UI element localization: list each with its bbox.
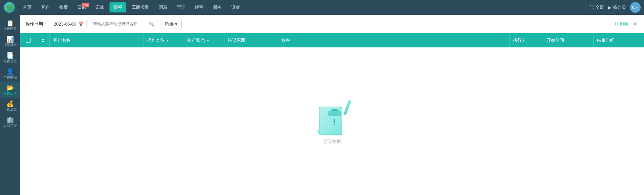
th-execution-status[interactable]: 执行状态 ▼ [184,33,224,47]
sidebar-icon-baoshui-shezhi: 📋 [6,20,14,26]
sidebar-label-piliang-baoshui: 批量报税 [3,43,17,47]
sidebar-item-baoshui-zongluan[interactable]: 📑报税总览 [0,50,20,66]
app-logo[interactable]: 🌿 [3,1,15,13]
exclaim-mark: ! [333,118,336,127]
date-picker[interactable]: 2023-06-06 📅 [51,20,87,28]
top-navigation: 🌿 首页客户收费票据new记账报税工商项目消息管理经营服务设置 ⛶ 全屏 ▶ 畅… [0,0,644,15]
filter-label: 筛选 [165,21,174,27]
sidebar-item-huisuan-jiaoshu[interactable]: 💰汇算清缴 [0,98,20,114]
sidebar-item-baoshui-jilu[interactable]: 📂报税记录 [0,82,20,98]
refresh-label: 刷新 [619,21,628,27]
empty-state: ! 暂无数据 [20,47,644,195]
date-value: 2023-06-06 [54,22,76,27]
search-input[interactable] [93,22,147,26]
th-start-time: 开始时间 [543,33,594,47]
nav-item-工商项目[interactable]: 工商项目 [128,2,153,12]
settings-icon: ⚙ [41,38,45,43]
main-layout: 📋报税设置📊批量报税📑报税总览👤个税申报📂报税记录💰汇算清缴🏢工商年报 操作日期… [0,15,644,195]
sidebar-icon-huisuan-jiaoshu: 💰 [6,101,14,107]
sidebar-label-baoshui-jilu: 报税记录 [3,91,17,95]
th-settings[interactable]: ⚙ [36,33,50,47]
toolbar: 操作日期： 2023-06-06 📅 🔍 筛选 ▾ ↻ 刷新 ✕ [20,15,644,33]
refresh-button[interactable]: ↻ 刷新 [614,21,628,27]
th-customer-name: 客户名称 [50,33,144,47]
logo-icon: 🌿 [4,2,15,13]
fullscreen-button[interactable]: ⛶ 全屏 [590,4,604,10]
table-header: ⚙ 客户名称 操作类型 ▼ 执行状态 ▼ 错误原因 税种 [20,33,644,47]
vip-button[interactable]: ▶ 畅会员 [608,4,626,10]
nav-item-记账[interactable]: 记账 [91,2,108,12]
sidebar-item-gongshang-nianbao[interactable]: 🏢工商年报 [0,114,20,130]
nav-item-客户[interactable]: 客户 [37,2,54,12]
pencil-icon [344,100,351,113]
search-icon[interactable]: 🔍 [149,22,154,27]
th-tax-type: 税种 [278,33,510,47]
nav-item-经营[interactable]: 经营 [191,2,208,12]
th-executor: 执行人 [510,33,543,47]
sidebar-item-geshuishenbaо[interactable]: 👤个税申报 [0,66,20,82]
sidebar-icon-piliang-baoshui: 📊 [6,36,14,42]
nav-item-管理[interactable]: 管理 [173,2,189,12]
empty-illustration: ! [315,98,349,135]
close-button[interactable]: ✕ [632,20,639,29]
date-label: 操作日期： [26,21,47,27]
nav-item-消息[interactable]: 消息 [155,2,171,12]
clipboard-top [328,111,341,116]
th-checkbox [20,33,36,47]
th-end-time: 结束时间 [594,33,644,47]
sidebar-icon-baoshui-jilu: 📂 [6,85,14,91]
sidebar: 📋报税设置📊批量报税📑报税总览👤个税申报📂报税记录💰汇算清缴🏢工商年报 [0,15,20,195]
nav-item-票据[interactable]: 票据new [73,2,90,12]
nav-item-报税[interactable]: 报税 [110,2,126,12]
nav-item-收费[interactable]: 收费 [55,2,72,12]
nav-item-首页[interactable]: 首页 [19,2,36,12]
sidebar-label-baoshui-zongluan: 报税总览 [3,59,17,63]
sidebar-item-piliang-baoshui[interactable]: 📊批量报税 [0,34,20,50]
th-operation-type[interactable]: 操作类型 ▼ [144,33,184,47]
search-wrapper: 🔍 [90,20,157,28]
play-icon: ▶ [608,5,611,10]
clipboard-body: ! [319,107,342,135]
sidebar-label-gongshang-nianbao: 工商年报 [3,124,17,128]
data-table: ⚙ 客户名称 操作类型 ▼ 执行状态 ▼ 错误原因 税种 [20,33,644,195]
empty-text: 暂无数据 [324,139,341,145]
nav-menu: 首页客户收费票据new记账报税工商项目消息管理经营服务设置 [19,2,590,12]
chevron-down-icon: ▾ [175,22,177,27]
nav-item-服务[interactable]: 服务 [209,2,226,12]
nav-badge-票据: new [82,3,89,7]
sort-icon-operation-type: ▼ [166,39,169,42]
nav-item-设置[interactable]: 设置 [227,2,244,12]
calendar-icon: 📅 [78,22,84,27]
sort-icon-execution-status: ▼ [206,39,210,42]
sidebar-label-huisuan-jiaoshu: 汇算清缴 [3,108,17,112]
user-avatar[interactable]: CE [630,2,641,13]
sidebar-label-baoshui-shezhi: 报税设置 [3,27,17,31]
sidebar-icon-baoshui-zongluan: 📑 [6,52,14,58]
table-body: ! 暂无数据 [20,47,644,195]
droplet-decoration [317,129,320,133]
sidebar-icon-gongshang-nianbao: 🏢 [6,117,14,123]
content-area: 操作日期： 2023-06-06 📅 🔍 筛选 ▾ ↻ 刷新 ✕ [20,15,644,195]
vip-label: 畅会员 [613,4,626,10]
sidebar-icon-geshuishenbaо: 👤 [6,69,14,75]
refresh-icon: ↻ [614,22,618,27]
th-error-reason: 错误原因 [224,33,278,47]
filter-button[interactable]: 筛选 ▾ [161,19,182,29]
sidebar-label-geshuishenbaо: 个税申报 [3,75,17,79]
fullscreen-icon: ⛶ [590,5,594,10]
sidebar-item-baoshui-shezhi[interactable]: 📋报税设置 [0,17,20,34]
fullscreen-label: 全屏 [595,4,604,10]
select-all-checkbox[interactable] [26,38,31,43]
nav-right-area: ⛶ 全屏 ▶ 畅会员 CE [590,2,641,13]
